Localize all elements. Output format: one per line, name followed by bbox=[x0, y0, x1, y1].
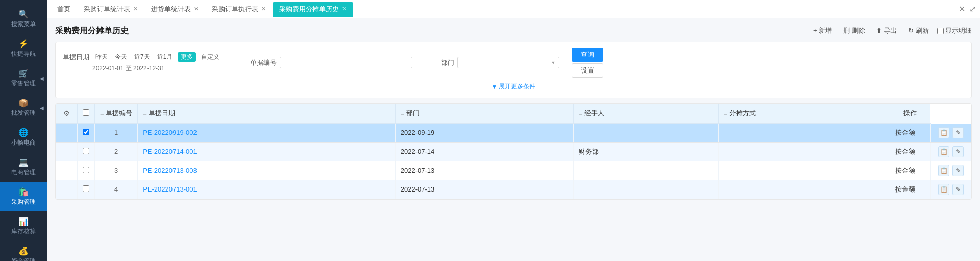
add-button[interactable]: + 新增 bbox=[810, 25, 835, 37]
row-doc-no-cell: PE-20220919-002 bbox=[138, 124, 396, 143]
table-row: 3 PE-20220713-003 2022-07-13 按金额 📋 ✎ bbox=[56, 161, 971, 180]
row-doc-no-cell: PE-20220714-001 bbox=[138, 142, 396, 161]
page-header: 采购费用分摊单历史 + 新增 删 删除 ⬆ 导出 ↻ 刷新 显示明细 bbox=[55, 25, 972, 37]
tab-进货单统计表[interactable]: 进货单统计表✕ bbox=[145, 2, 205, 17]
row-settings-cell bbox=[56, 180, 78, 199]
content: 采购费用分摊单历史 + 新增 删 删除 ⬆ 导出 ↻ 刷新 显示明细 单据日期 bbox=[47, 18, 980, 261]
view-icon[interactable]: 📋 bbox=[938, 127, 949, 138]
filter-row-1: 单据日期 昨天 今天 近7天 近1月 更多 自定义 2022-01-01 至 2… bbox=[63, 48, 964, 78]
row-handler-cell bbox=[718, 161, 890, 180]
sidebar-item-库存核算[interactable]: 📊库存核算 bbox=[0, 211, 47, 241]
delete-button[interactable]: 删 删除 bbox=[840, 25, 868, 37]
row-dept-cell: 财务部 bbox=[573, 142, 718, 161]
table-row: 4 PE-20220713-001 2022-07-13 按金额 📋 ✎ bbox=[56, 180, 971, 199]
shortcut-1month[interactable]: 近1月 bbox=[155, 52, 175, 62]
dept-filter: 部门 财务部 bbox=[441, 57, 559, 68]
doc-no-filter: 单据编号 bbox=[250, 57, 412, 68]
edit-icon[interactable]: ✎ bbox=[952, 127, 964, 138]
doc-no-link[interactable]: PE-20220714-001 bbox=[143, 148, 197, 155]
row-doc-no-cell: PE-20220713-001 bbox=[138, 180, 396, 199]
filter-buttons: 查询 设置 bbox=[572, 48, 603, 78]
tab-采购订单执行表[interactable]: 采购订单执行表✕ bbox=[206, 2, 272, 17]
edit-icon[interactable]: ✎ bbox=[952, 146, 964, 157]
shortcut-more[interactable]: 更多 bbox=[178, 52, 196, 62]
tab-首页[interactable]: 首页 bbox=[51, 2, 77, 17]
date-range-text: 2022-01-01 至 2022-12-31 bbox=[92, 64, 222, 73]
table-header-row: ⚙ ≡ 单据编号 ≡ 单据日期 ≡ 部门 bbox=[56, 104, 971, 124]
doc-no-link[interactable]: PE-20220713-003 bbox=[143, 167, 197, 174]
dept-select-wrap: 财务部 bbox=[457, 57, 559, 68]
row-doc-date-cell: 2022-07-13 bbox=[395, 161, 573, 180]
tab-采购订单统计表[interactable]: 采购订单统计表✕ bbox=[78, 2, 144, 17]
date-filter-label: 单据日期 bbox=[63, 53, 89, 62]
row-settings-cell bbox=[56, 124, 78, 143]
th-checkbox bbox=[78, 104, 95, 124]
row-checkbox[interactable] bbox=[83, 167, 89, 173]
select-all-checkbox[interactable] bbox=[83, 109, 89, 116]
doc-no-link[interactable]: PE-20220713-001 bbox=[143, 185, 197, 193]
th-doc-no: ≡ 单据编号 bbox=[95, 104, 138, 124]
menu-icon: 💰 bbox=[0, 246, 47, 256]
row-action-cell: 📋 ✎ bbox=[930, 180, 971, 199]
sidebar-item-搜索菜单[interactable]: 🔍搜索菜单 bbox=[0, 4, 47, 34]
tab-close-icon[interactable]: ✕ bbox=[261, 6, 266, 12]
row-doc-no-cell: PE-20220713-003 bbox=[138, 161, 396, 180]
refresh-button[interactable]: ↻ 刷新 bbox=[905, 25, 932, 37]
doc-no-link[interactable]: PE-20220919-002 bbox=[143, 129, 197, 136]
view-icon[interactable]: 📋 bbox=[938, 165, 949, 176]
shortcut-custom[interactable]: 自定义 bbox=[199, 52, 222, 62]
doc-no-input[interactable] bbox=[280, 57, 412, 68]
row-checkbox[interactable] bbox=[83, 148, 89, 154]
row-checkbox[interactable] bbox=[83, 129, 89, 135]
sidebar-item-采购管理[interactable]: 🛍️采购管理 bbox=[0, 182, 47, 211]
dept-select[interactable]: 财务部 bbox=[457, 57, 559, 68]
th-dept: ≡ 部门 bbox=[395, 104, 573, 124]
export-button[interactable]: ⬆ 导出 bbox=[873, 25, 900, 37]
row-split-method-cell: 按金额 bbox=[890, 142, 930, 161]
close-tab-icon[interactable]: ✕ bbox=[959, 4, 965, 14]
row-num-cell: 3 bbox=[95, 161, 138, 180]
tab-label: 采购订单执行表 bbox=[212, 5, 258, 14]
arrow-icon: ◀ bbox=[40, 76, 44, 81]
row-doc-date-cell: 2022-07-13 bbox=[395, 180, 573, 199]
show-cols-check[interactable] bbox=[937, 28, 944, 34]
tab-close-icon[interactable]: ✕ bbox=[194, 6, 199, 12]
row-checkbox[interactable] bbox=[83, 185, 89, 192]
row-split-method-cell: 按金额 bbox=[890, 124, 930, 143]
sidebar-item-快捷导航[interactable]: ⚡快捷导航 bbox=[0, 34, 47, 63]
table-row: 1 PE-20220919-002 2022-09-19 按金额 📋 ✎ bbox=[56, 124, 971, 143]
shortcut-today[interactable]: 今天 bbox=[113, 52, 129, 62]
gear-icon[interactable]: ⚙ bbox=[61, 108, 72, 119]
sidebar-item-label: 资金管理 bbox=[11, 257, 36, 261]
view-icon[interactable]: 📋 bbox=[938, 184, 949, 195]
fullscreen-icon[interactable]: ⤢ bbox=[969, 4, 976, 14]
filter-settings-button[interactable]: 设置 bbox=[572, 63, 603, 78]
row-settings-cell bbox=[56, 142, 78, 161]
edit-icon[interactable]: ✎ bbox=[952, 184, 964, 195]
tab-采购费用分摊单历史[interactable]: 采购费用分摊单历史✕ bbox=[273, 2, 353, 17]
tab-close-icon[interactable]: ✕ bbox=[342, 6, 347, 12]
sidebar-item-资金管理[interactable]: 💰资金管理 bbox=[0, 241, 47, 261]
sidebar-item-批发管理[interactable]: 📦批发管理◀ bbox=[0, 93, 47, 123]
expand-more-label: 展开更多条件 bbox=[499, 82, 535, 91]
tab-label: 进货单统计表 bbox=[151, 5, 191, 14]
query-button[interactable]: 查询 bbox=[572, 48, 603, 62]
table-row: 2 PE-20220714-001 2022-07-14 财务部 按金额 📋 ✎ bbox=[56, 142, 971, 161]
expand-more-btn[interactable]: ▼ 展开更多条件 bbox=[63, 81, 964, 92]
row-handler-cell bbox=[718, 124, 890, 143]
show-cols-checkbox[interactable]: 显示明细 bbox=[937, 26, 972, 35]
shortcut-yesterday[interactable]: 昨天 bbox=[93, 52, 110, 62]
sidebar-item-小畅电商[interactable]: 🌐小畅电商 bbox=[0, 123, 47, 152]
th-action: 操作 bbox=[890, 104, 930, 124]
sidebar-item-label: 快捷导航 bbox=[11, 50, 36, 57]
sidebar-item-零售管理[interactable]: 🛒零售管理◀ bbox=[0, 63, 47, 93]
date-filter-group: 单据日期 昨天 今天 近7天 近1月 更多 自定义 2022-01-01 至 2… bbox=[63, 52, 222, 73]
view-icon[interactable]: 📋 bbox=[938, 146, 949, 157]
menu-icon: 🛍️ bbox=[0, 187, 47, 197]
th-handler: ≡ 经手人 bbox=[573, 104, 718, 124]
sidebar-item-电商管理[interactable]: 💻电商管理 bbox=[0, 152, 47, 182]
tab-close-icon[interactable]: ✕ bbox=[133, 6, 138, 12]
tab-bar-actions: ✕ ⤢ bbox=[959, 4, 976, 14]
shortcut-7days[interactable]: 近7天 bbox=[132, 52, 152, 62]
edit-icon[interactable]: ✎ bbox=[952, 165, 964, 176]
